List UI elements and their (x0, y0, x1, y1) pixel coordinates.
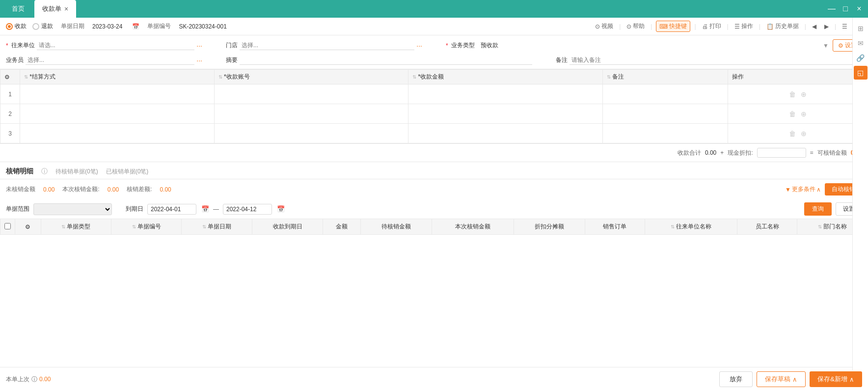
maximize-btn[interactable]: □ (841, 4, 850, 13)
row2-account[interactable] (214, 104, 408, 124)
salesperson-group: 业务员 ··· (6, 56, 202, 65)
business-type-value: 预收款 (481, 41, 498, 50)
calendar-icon[interactable]: 📅 (132, 23, 139, 30)
salesperson-input[interactable] (26, 56, 194, 65)
amount-header: 金额 (323, 219, 361, 235)
counterpart-label: 往来单位 (11, 41, 35, 50)
sidebar-link-icon[interactable]: 🔗 (854, 51, 868, 65)
row2-remark[interactable] (602, 104, 728, 124)
next-btn[interactable]: ▶ (822, 22, 831, 31)
tab-close-icon[interactable]: × (64, 5, 68, 13)
window-close-btn[interactable]: × (854, 4, 864, 13)
save-new-btn[interactable]: 保存&新增 ∧ (810, 371, 862, 387)
refund-radio-circle (32, 23, 39, 30)
minimize-btn[interactable]: — (827, 4, 837, 13)
abandon-btn[interactable]: 放弃 (719, 371, 753, 387)
pending-tab[interactable]: 待核销单据(0笔) (55, 168, 98, 176)
draft-dropdown-icon[interactable]: ∧ (792, 376, 797, 383)
query-btn[interactable]: 查询 (804, 202, 832, 216)
row2-settlement[interactable] (20, 104, 215, 124)
operation-icon: ☰ (734, 23, 740, 30)
date-to-input[interactable] (223, 204, 272, 215)
sidebar-frame-icon[interactable]: ◱ (854, 66, 868, 80)
select-all-checkbox[interactable] (4, 223, 11, 229)
store-label: 门店 (226, 41, 238, 50)
row2-copy-icon[interactable]: ⊕ (801, 110, 807, 118)
history-icon: 📋 (766, 23, 774, 30)
sort-icon2: ⇅ (218, 74, 222, 80)
list-view-btn[interactable]: ☰ (840, 22, 849, 31)
row2-amount[interactable] (408, 104, 603, 124)
salesperson-more-btn[interactable]: ··· (196, 56, 202, 64)
sidebar-table-icon[interactable]: ⊞ (854, 22, 868, 35)
calendar-from-icon[interactable]: 📅 (201, 205, 209, 213)
counterpart-input[interactable] (37, 41, 195, 50)
operation-btn[interactable]: ☰ 操作 (732, 21, 755, 31)
toolbar-row: 收款 退款 单据日期 2023-03-24 📅 单据编号 SK-20230324… (0, 18, 868, 35)
tab-home[interactable]: 首页 (4, 0, 32, 18)
more-conditions-btn[interactable]: ▼ 更多条件 ∧ (785, 185, 821, 194)
divider4: | (727, 23, 729, 30)
business-type-dropdown[interactable]: ▼ (823, 42, 829, 49)
counterpart-required: * (6, 42, 8, 49)
equal-sign: = (810, 149, 814, 156)
row3-delete-icon[interactable]: 🗑 (789, 130, 796, 138)
range-select[interactable] (33, 203, 112, 215)
help-btn[interactable]: ⊙ 帮助 (624, 21, 647, 31)
date-sep: — (213, 206, 219, 213)
discount-input[interactable] (757, 148, 806, 158)
row1-copy-icon[interactable]: ⊕ (801, 90, 807, 98)
verify-info-icon[interactable]: ⓘ (41, 167, 48, 176)
verify-section: 核销明细 ⓘ 待核销单据(0笔) 已核销单据(0笔) 未核销金额 0.00 本次… (0, 162, 868, 367)
prev-btn[interactable]: ◀ (810, 22, 818, 31)
type-header: ⇅ 单据类型 (41, 219, 111, 235)
row1-remark[interactable] (602, 84, 728, 104)
store-input[interactable] (240, 41, 414, 50)
store-more-btn[interactable]: ··· (416, 42, 422, 50)
row1-amount[interactable] (408, 84, 603, 104)
history-btn[interactable]: 📋 历史单据 (764, 21, 801, 31)
discount-header: 折扣分摊额 (514, 219, 585, 235)
row1-settlement[interactable] (20, 84, 215, 104)
sidebar-mail-icon[interactable]: ✉ (854, 36, 868, 50)
date-label: 单据日期 (61, 22, 84, 30)
shortcut-btn[interactable]: ⌨ 快捷键 (656, 21, 690, 32)
bottom-table-container: ⚙ ⇅ 单据类型 ⇅ 单据编号 ⇅ 单据日期 收款到 (0, 219, 868, 235)
counterpart-more-btn[interactable]: ··· (196, 42, 202, 50)
table-gear-header[interactable]: ⚙ (0, 70, 20, 84)
store-group: 门店 ··· (226, 41, 422, 50)
print-btn[interactable]: 🖨 打印 (700, 21, 723, 31)
gear-col-header[interactable]: ⚙ (15, 219, 41, 235)
video-btn[interactable]: ⊙ 视频 (593, 21, 615, 31)
done-tab[interactable]: 已核销单据(0笔) (106, 168, 149, 176)
print-icon: 🖨 (702, 23, 708, 30)
refund-radio[interactable]: 退款 (32, 22, 53, 30)
checkbox-header[interactable] (0, 219, 15, 235)
row1-account[interactable] (214, 84, 408, 104)
draft-btn[interactable]: 保存草稿 ∧ (757, 371, 806, 387)
date-value: 2023-03-24 (92, 23, 122, 30)
counterpart-header: ⇅ 往来单位名称 (645, 219, 737, 235)
receipt-radio[interactable]: 收款 (6, 22, 27, 30)
row3-copy-icon[interactable]: ⊕ (801, 130, 807, 138)
row-num-3: 3 (0, 124, 20, 143)
row3-account[interactable] (214, 124, 408, 143)
info-icon[interactable]: ⓘ (31, 375, 37, 384)
row3-remark[interactable] (602, 124, 728, 143)
receipt-table: ⚙ ⇅ *结算方式 ⇅ *收款账号 ⇅ *收款金额 ⇅ (0, 69, 868, 143)
row1-delete-icon[interactable]: 🗑 (789, 90, 796, 98)
save-new-dropdown-icon[interactable]: ∧ (849, 376, 854, 383)
date-from-input[interactable] (147, 204, 196, 215)
remark-input[interactable] (570, 56, 862, 65)
due-label: 到期日 (126, 205, 143, 213)
summary-input[interactable] (240, 56, 532, 65)
calendar-to-icon[interactable]: 📅 (277, 205, 285, 213)
range-label: 单据范围 (6, 205, 29, 213)
chevron-icon: ∧ (816, 186, 821, 193)
tab-receipt[interactable]: 收款单 × (34, 0, 76, 18)
row3-settlement[interactable] (20, 124, 215, 143)
row2-delete-icon[interactable]: 🗑 (789, 110, 796, 118)
number-header: ⇅ 单据编号 (111, 219, 181, 235)
row3-amount[interactable] (408, 124, 603, 143)
row1-action: 🗑 ⊕ (728, 84, 868, 104)
